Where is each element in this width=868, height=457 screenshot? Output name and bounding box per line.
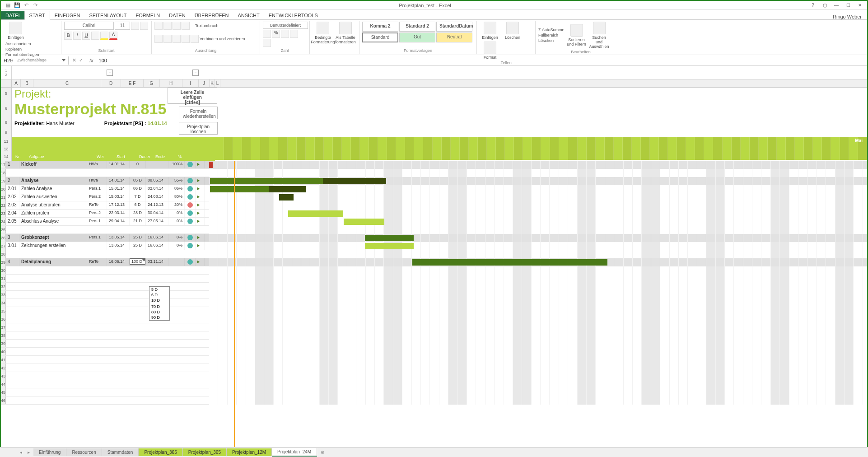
task-duration[interactable]: 25 D xyxy=(130,242,146,250)
column-header[interactable]: I xyxy=(182,79,199,87)
row-header[interactable]: 35 xyxy=(1,307,6,315)
row-header[interactable]: 41 xyxy=(1,356,6,364)
style-standard2[interactable]: Standard 2 xyxy=(399,22,435,32)
increase-decimal-icon[interactable] xyxy=(290,30,298,38)
row-header[interactable]: 42 xyxy=(1,364,6,372)
font-color-icon[interactable]: A xyxy=(109,32,117,40)
row-header[interactable]: 24 xyxy=(1,218,6,225)
task-start[interactable]: 22.03.14 xyxy=(107,210,130,217)
row-header[interactable]: 45 xyxy=(1,388,6,396)
fill-color-icon[interactable] xyxy=(100,32,108,40)
italic-icon[interactable]: I xyxy=(73,32,81,40)
task-end[interactable]: 27.05.14 xyxy=(146,218,168,225)
tab-view[interactable]: ANSICHT xyxy=(233,11,264,19)
task-id[interactable]: 2 xyxy=(6,177,19,185)
close-icon[interactable]: ✕ xyxy=(854,2,865,9)
bold-icon[interactable]: B xyxy=(64,32,72,40)
task-id[interactable]: 2.02 xyxy=(6,193,19,201)
task-progress[interactable]: 0% xyxy=(168,210,185,217)
new-sheet-icon[interactable]: ⊕ xyxy=(317,450,328,455)
gantt-bar[interactable] xyxy=(279,194,294,201)
task-progress[interactable]: 0% xyxy=(168,218,185,225)
align-right-icon[interactable] xyxy=(173,35,181,43)
column-header[interactable]: J xyxy=(199,79,210,87)
style-standarddatum[interactable]: StandardDatum xyxy=(436,22,472,32)
accept-formula-icon[interactable]: ✓ xyxy=(79,57,83,63)
style-standard[interactable]: Standard xyxy=(362,33,398,42)
tab-review[interactable]: ÜBERPRÜFEN xyxy=(190,11,233,19)
task-progress[interactable]: 86% xyxy=(168,185,185,193)
delete-cells-button[interactable]: Löschen xyxy=(502,22,523,40)
duration-select[interactable]: 100 D xyxy=(130,258,145,265)
worksheet[interactable]: 5689 Projekt: Musterprojekt Nr.815 Proje… xyxy=(1,88,867,457)
sheet-tab[interactable]: Projektplan_365 xyxy=(183,448,227,456)
task-start[interactable]: 15.01.14 xyxy=(107,185,130,193)
task-duration[interactable]: 6 D xyxy=(130,201,146,209)
merge-button[interactable]: Verbinden und zentrieren xyxy=(200,37,245,41)
sort-filter-button[interactable]: Sortieren und Filtern xyxy=(566,24,587,47)
task-end[interactable] xyxy=(146,161,168,168)
outline-levels[interactable]: 12 xyxy=(1,66,12,79)
task-id[interactable]: 2.01 xyxy=(6,185,19,193)
task-progress[interactable]: 0% xyxy=(168,234,185,242)
task-name[interactable]: Abschluss Analyse xyxy=(19,218,87,225)
row-header[interactable]: 40 xyxy=(1,348,6,355)
select-all-button[interactable] xyxy=(1,79,12,87)
underline-icon[interactable]: U xyxy=(82,32,90,40)
row-header[interactable]: 39 xyxy=(1,340,6,347)
gantt-bar[interactable] xyxy=(288,210,343,217)
cut-button[interactable]: Ausschneiden xyxy=(5,42,39,46)
decrease-indent-icon[interactable] xyxy=(182,35,190,43)
increase-font-icon[interactable] xyxy=(131,22,139,30)
tab-file[interactable]: DATEI xyxy=(1,11,24,19)
tab-insert[interactable]: EINFÜGEN xyxy=(50,11,85,19)
task-name[interactable]: Grobkonzept xyxy=(19,234,87,242)
task-name[interactable]: Kickoff xyxy=(19,161,87,168)
task-who[interactable]: Pers.1 xyxy=(87,185,107,193)
cancel-formula-icon[interactable]: ✕ xyxy=(72,57,76,63)
sheet-tab[interactable]: Ressourcen xyxy=(66,448,102,456)
task-end[interactable]: 24.12.13 xyxy=(146,201,168,209)
task-start[interactable]: 16.06.14 xyxy=(107,258,130,266)
number-format-select[interactable]: Benutzerdefiniert xyxy=(263,22,308,29)
copy-button[interactable]: Kopieren xyxy=(5,47,39,51)
column-header[interactable]: A xyxy=(12,79,21,87)
task-end[interactable]: 02.04.14 xyxy=(146,185,168,193)
tab-developer[interactable]: ENTWICKLERTOOLS xyxy=(264,11,322,19)
task-duration[interactable]: 21 D xyxy=(130,218,146,225)
row-header[interactable]: 17 xyxy=(1,161,6,168)
align-middle-icon[interactable] xyxy=(163,22,172,30)
row-header[interactable]: 19 xyxy=(1,177,6,185)
gantt-bar[interactable] xyxy=(412,259,607,266)
wrap-text-button[interactable]: Textumbruch xyxy=(195,23,219,28)
column-header[interactable]: C xyxy=(33,79,101,87)
sheet-tab-active[interactable]: Projektplan_24M xyxy=(272,448,317,457)
task-id[interactable]: 2.03 xyxy=(6,201,19,209)
task-start[interactable]: 13.05.14 xyxy=(107,234,130,242)
task-end[interactable]: 16.06.14 xyxy=(146,242,168,250)
task-end[interactable]: 03.11.14 xyxy=(146,258,168,266)
percent-icon[interactable]: % xyxy=(272,30,280,38)
task-who[interactable]: Pers.1 xyxy=(87,218,107,225)
increase-indent-icon[interactable] xyxy=(191,35,199,43)
row-header[interactable]: 30 xyxy=(1,266,6,274)
insert-row-button[interactable]: Leere Zeile einfügen [ctrl+e] xyxy=(168,88,217,104)
delete-plan-button[interactable]: Projektplan löschen xyxy=(179,122,218,135)
row-header[interactable]: 26 xyxy=(1,234,6,242)
align-bottom-icon[interactable] xyxy=(173,22,181,30)
task-name[interactable]: Analyse xyxy=(19,177,87,185)
task-progress[interactable]: 100% xyxy=(168,161,185,168)
task-progress[interactable]: 55% xyxy=(168,177,185,185)
gantt-bar[interactable] xyxy=(365,243,414,249)
clear-button[interactable]: Löschen xyxy=(538,38,565,43)
task-who[interactable]: HWa xyxy=(87,161,107,168)
task-name[interactable]: Analyse überprüfen xyxy=(19,201,87,209)
sheet-tab[interactable]: Stammdaten xyxy=(102,448,139,456)
comma-icon[interactable] xyxy=(281,30,289,38)
style-neutral[interactable]: Neutral xyxy=(436,33,472,42)
task-duration[interactable]: 7 D xyxy=(130,193,146,201)
decrease-font-icon[interactable] xyxy=(140,22,148,30)
row-header[interactable]: 33 xyxy=(1,291,6,298)
row-header[interactable]: 38 xyxy=(1,331,6,339)
font-name-select[interactable]: Calibri xyxy=(64,22,114,30)
